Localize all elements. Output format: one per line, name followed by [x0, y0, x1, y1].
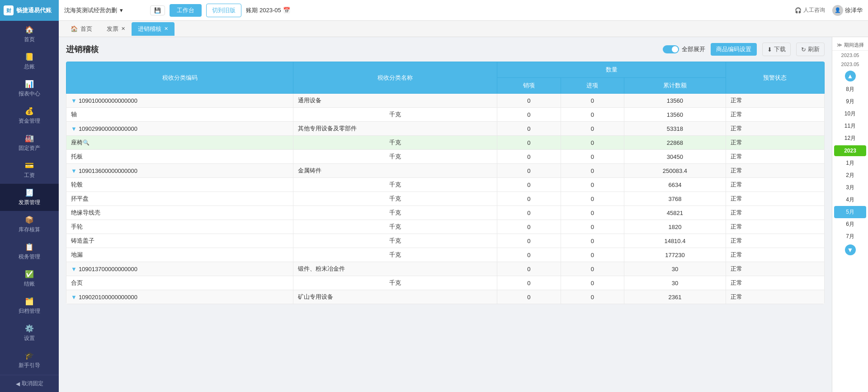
- download-button[interactable]: ⬇ 下载: [762, 43, 791, 56]
- total-cell: 53318: [624, 122, 726, 136]
- tax-code-cell: ▼109013700000000000: [66, 262, 293, 276]
- sidebar-item-archive[interactable]: 🗂️ 归档管理: [0, 292, 59, 320]
- sidebar-item-reports[interactable]: 📊 报表中心: [0, 75, 59, 102]
- expand-icon[interactable]: ▼: [71, 167, 77, 174]
- switch-version-button[interactable]: 切到旧版: [206, 4, 241, 17]
- status-cell: 正常: [726, 150, 824, 164]
- sidebar-item-label: 资金管理: [19, 117, 40, 125]
- unit-cell: 千克: [293, 220, 497, 234]
- tax-name-cell: 其他专用设备及零部件: [293, 122, 497, 136]
- user-menu[interactable]: 👤 徐泽华: [832, 5, 863, 16]
- table-row[interactable]: 地漏 千克 0 0 177230 正常: [66, 248, 825, 262]
- save-button[interactable]: 💾: [150, 5, 165, 15]
- sidebar-item-funds[interactable]: 💰 资金管理: [0, 102, 59, 129]
- sidebar-footer-pin[interactable]: ◀ 取消固定: [0, 375, 59, 392]
- period-selector-header[interactable]: ≫ 期间选择: [832, 40, 868, 51]
- period-date-2[interactable]: 2023.05: [840, 60, 860, 69]
- tax-icon: 📋: [25, 243, 34, 251]
- sidebar-item-guide[interactable]: 🎓 新手引导: [0, 347, 59, 374]
- purchase-qty-cell: 0: [561, 206, 624, 220]
- table-row[interactable]: ▼109010000000000000 通用设备 0 0 13560 正常: [66, 94, 825, 108]
- period-month-6[interactable]: 6月: [832, 218, 868, 230]
- expand-icon[interactable]: ▼: [71, 97, 77, 104]
- sidebar-item-salary[interactable]: 💳 工资: [0, 157, 59, 184]
- unit-cell: 千克: [293, 192, 497, 206]
- period-month-8[interactable]: 8月: [832, 83, 868, 96]
- sidebar-item-ledger[interactable]: 📒 总账: [0, 48, 59, 75]
- sale-qty-cell: 0: [497, 220, 561, 234]
- support-button[interactable]: 🎧 人工咨询: [795, 6, 825, 14]
- period-month-2[interactable]: 2月: [832, 169, 868, 182]
- status-cell: 正常: [726, 262, 824, 276]
- period-month-1[interactable]: 1月: [832, 157, 868, 169]
- sidebar-item-invoice[interactable]: 🧾 发票管理: [0, 184, 59, 211]
- search-icon[interactable]: 🔍: [83, 139, 90, 146]
- table-row[interactable]: 铸造盖子 千克 0 0 14810.4 正常: [66, 234, 825, 248]
- table-row[interactable]: 座椅🔍 千克 0 0 22868 正常: [66, 136, 825, 150]
- period-month-10[interactable]: 10月: [832, 108, 868, 120]
- period-month-11[interactable]: 11月: [832, 120, 868, 132]
- period-month-12[interactable]: 12月: [832, 132, 868, 144]
- unit-cell: 千克: [293, 150, 497, 164]
- home-icon: 🏠: [25, 25, 34, 34]
- sidebar-item-checkout[interactable]: ✅ 结账: [0, 265, 59, 292]
- table-row[interactable]: 绝缘导线壳 千克 0 0 45821 正常: [66, 206, 825, 220]
- sidebar-item-home[interactable]: 🏠 首页: [0, 21, 59, 48]
- table-row[interactable]: 抔平盘 千克 0 0 3768 正常: [66, 192, 825, 206]
- table-row[interactable]: 合页 千克 0 0 30 正常: [66, 276, 825, 290]
- tab-invoice-close[interactable]: ✕: [121, 26, 125, 31]
- sidebar-item-label: 设置: [24, 335, 35, 342]
- sidebar-item-inventory[interactable]: 📦 库存核算: [0, 211, 59, 238]
- sidebar-item-assets[interactable]: 🏭 固定资产: [0, 129, 59, 157]
- table-row[interactable]: ▼109020100000000000 矿山专用设备 0 0 2361 正常: [66, 290, 825, 304]
- sale-qty-cell: 0: [497, 192, 561, 206]
- tab-reconcile-close[interactable]: ✕: [164, 26, 168, 31]
- status-cell: 正常: [726, 178, 824, 192]
- sidebar-item-settings[interactable]: ⚙️ 设置: [0, 320, 59, 347]
- status-cell: 正常: [726, 206, 824, 220]
- expand-toggle-container[interactable]: 全部展开: [663, 45, 705, 53]
- period-month-5[interactable]: 5月: [834, 206, 866, 218]
- expand-icon[interactable]: ▼: [71, 266, 77, 272]
- purchase-qty-cell: 0: [561, 164, 624, 178]
- sidebar-item-label: 发票管理: [19, 199, 40, 206]
- table-row[interactable]: ▼109013600000000000 金属铸件 0 0 250083.4 正常: [66, 164, 825, 178]
- period-year-2023[interactable]: 2023: [834, 145, 866, 156]
- scroll-up-button[interactable]: ▲: [845, 71, 856, 81]
- tab-invoice[interactable]: 发票 ✕: [100, 22, 132, 36]
- scroll-down-button[interactable]: ▼: [845, 244, 856, 255]
- item-name-cell: 地漏: [66, 248, 293, 262]
- period-month-4[interactable]: 4月: [832, 194, 868, 206]
- company-selector[interactable]: 沈海英测试经营勿删 ▾: [64, 6, 146, 14]
- expand-icon[interactable]: ▼: [71, 125, 77, 132]
- workspace-button[interactable]: 工作台: [170, 4, 202, 17]
- topbar-right: 🎧 人工咨询 👤 徐泽华: [795, 5, 863, 16]
- table-row[interactable]: 托板 千克 0 0 30450 正常: [66, 150, 825, 164]
- product-code-setting-button[interactable]: 商品编码设置: [711, 43, 757, 56]
- status-cell: 正常: [726, 276, 824, 290]
- purchase-qty-cell: 0: [561, 94, 624, 108]
- refresh-button[interactable]: ↻ 刷新: [796, 43, 825, 56]
- period-month-7[interactable]: 7月: [832, 230, 868, 243]
- sidebar-item-tax[interactable]: 📋 税务管理: [0, 238, 59, 265]
- table-row[interactable]: ▼109013700000000000 锻件、粉末冶金件 0 0 30 正常: [66, 262, 825, 276]
- purchase-qty-cell: 0: [561, 290, 624, 304]
- expand-icon[interactable]: ▼: [71, 294, 77, 301]
- table-row[interactable]: 手轮 千克 0 0 1820 正常: [66, 220, 825, 234]
- unit-cell: 千克: [293, 206, 497, 220]
- expand-toggle[interactable]: [663, 45, 679, 53]
- period-month-3[interactable]: 3月: [832, 182, 868, 194]
- table-row[interactable]: 轴 千克 0 0 13560 正常: [66, 108, 825, 122]
- tabs-bar: 🏠 首页 发票 ✕ 进销稽核 ✕: [59, 21, 868, 37]
- period-date-1[interactable]: 2023.05: [840, 51, 860, 60]
- unit-cell: 千克: [293, 276, 497, 290]
- table-row[interactable]: 轮毂 千克 0 0 6634 正常: [66, 178, 825, 192]
- calendar-icon[interactable]: 📅: [283, 7, 290, 14]
- tab-reconcile[interactable]: 进销稽核 ✕: [132, 22, 175, 36]
- item-name-cell: 轴: [66, 108, 293, 122]
- tab-home[interactable]: 🏠 首页: [64, 22, 99, 36]
- table-row[interactable]: ▼109029900000000000 其他专用设备及零部件 0 0 53318…: [66, 122, 825, 136]
- period-month-9[interactable]: 9月: [832, 96, 868, 108]
- purchase-qty-cell: 0: [561, 150, 624, 164]
- total-cell: 13560: [624, 94, 726, 108]
